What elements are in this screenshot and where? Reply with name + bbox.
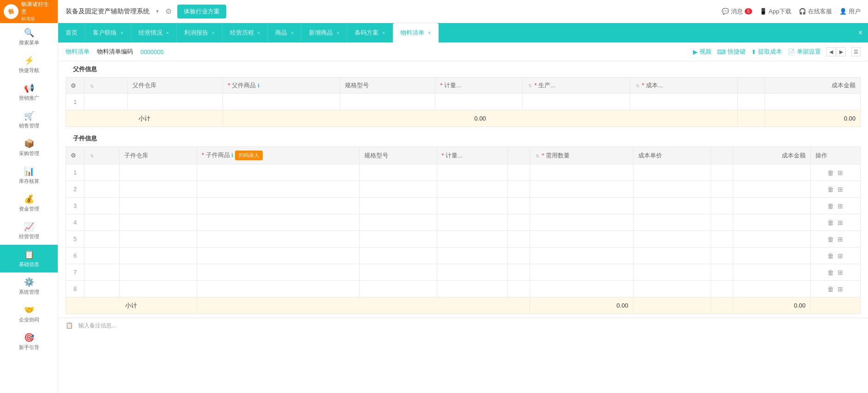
th-cost-amount: 成本金额 — [765, 78, 861, 94]
app-download-button[interactable]: 📱 App下载 — [760, 7, 791, 16]
copy-button-1[interactable]: ⊞ — [837, 168, 844, 177]
close-all-tabs[interactable]: × — [853, 29, 868, 37]
copy-button-3[interactable]: ⊞ — [837, 201, 844, 211]
tab-profit-report[interactable]: 利润报告 × — [177, 23, 223, 42]
single-settings-action[interactable]: 📄 单据设置 — [788, 48, 821, 56]
trending-icon: 📈 — [24, 222, 34, 232]
user-icon: 👤 — [839, 8, 847, 15]
scan-button[interactable]: 扫码录入 — [235, 151, 263, 160]
close-icon[interactable]: × — [212, 30, 215, 36]
copy-button-6[interactable]: ⊞ — [837, 251, 844, 260]
sidebar-item-basic-info[interactable]: 📋 基础信息 — [0, 245, 58, 272]
sidebar-item-system[interactable]: ⚙️ 系统管理 — [0, 272, 58, 300]
tab-goods[interactable]: 商品 × — [268, 23, 301, 42]
breadcrumb-parent[interactable]: 物料清单 — [66, 48, 90, 56]
close-icon[interactable]: × — [337, 30, 339, 36]
delete-button-7[interactable]: 🗑 — [826, 268, 835, 277]
child-th-settings: ⚙ — [66, 147, 84, 164]
close-icon[interactable]: × — [428, 30, 431, 36]
close-icon[interactable]: × — [291, 30, 294, 36]
close-icon[interactable]: × — [121, 30, 123, 36]
trial-button[interactable]: 体验行业方案 — [177, 5, 226, 18]
menu-icon[interactable]: ☰ — [851, 47, 861, 56]
child-warehouse-1[interactable] — [119, 164, 197, 181]
breadcrumb-bar: 物料清单 物料清单编码 0000005 ▶ 视频 ⌨ 快捷键 ⬆ 提取成本 📄 — [58, 42, 868, 61]
extract-icon: ⬆ — [751, 48, 756, 55]
sidebar-item-inventory[interactable]: 📊 库存核算 — [0, 162, 58, 189]
child-subtotal-row: 小计 0.00 0.00 — [66, 297, 861, 314]
th-sort: ⇅ — [84, 78, 128, 94]
parent-cell-measure[interactable] — [435, 94, 523, 110]
extract-cost-action[interactable]: ⬆ 提取成本 — [751, 48, 782, 56]
child-unit-cost-1[interactable] — [633, 164, 711, 181]
copy-button-4[interactable]: ⊞ — [837, 218, 844, 227]
sidebar-item-quicknav[interactable]: ⚡ 快捷导航 — [0, 51, 58, 79]
sidebar-item-sales[interactable]: 🛒 销售管理 — [0, 106, 58, 134]
message-button[interactable]: 💬 消息 6 — [722, 7, 752, 16]
child-goods-1[interactable] — [197, 164, 359, 181]
close-icon[interactable]: × — [382, 30, 385, 36]
close-icon[interactable]: × — [258, 30, 260, 36]
top-header: 装备及固定资产辅助管理系统 ▼ ⚙ 体验行业方案 💬 消息 6 📱 App下载 … — [58, 0, 868, 23]
delete-button-3[interactable]: 🗑 — [826, 201, 835, 211]
parent-cell-spec[interactable] — [340, 94, 435, 110]
sidebar-item-guide[interactable]: 🎯 新手引导 — [0, 328, 58, 356]
user-button[interactable]: 👤 用户 — [839, 7, 861, 16]
tab-add-goods[interactable]: 新增商品 × — [301, 23, 347, 42]
nav-tabs: 首页 客户联络 × 经营情况 × 利润报告 × 经营历程 × 商品 × 新增商品… — [58, 23, 868, 42]
shortcut-action[interactable]: ⌨ 快捷键 — [717, 48, 746, 56]
parent-row-num: 1 — [66, 94, 84, 110]
sidebar-nav: 🔍 搜索菜单 ⚡ 快捷导航 📢 营销推广 🛒 销售管理 📦 采购管理 📊 库存核… — [0, 23, 58, 393]
sidebar-item-marketing[interactable]: 📢 营销推广 — [0, 79, 58, 106]
next-arrow[interactable]: ▶ — [837, 47, 846, 56]
copy-button-8[interactable]: ⊞ — [837, 284, 844, 294]
copy-button-7[interactable]: ⊞ — [837, 268, 844, 277]
delete-button-2[interactable]: 🗑 — [826, 185, 835, 194]
tab-barcode[interactable]: 条码方案 × — [347, 23, 393, 42]
th-spec: 规格型号 — [340, 78, 435, 94]
child-measure-1[interactable] — [437, 164, 507, 181]
child-row-2: 2 — [66, 181, 861, 198]
parent-cell-goods[interactable] — [223, 94, 340, 110]
child-quantity-1[interactable] — [530, 164, 633, 181]
parent-cell-production[interactable] — [522, 94, 630, 110]
th-spacer — [737, 78, 765, 94]
tab-operation-status[interactable]: 经营情况 × — [131, 23, 177, 42]
parent-table-wrapper: ⚙ ⇅ 父件仓库 * 父件商品 ℹ 规格型号 * 计量... ⇅ * 生产...… — [66, 77, 861, 127]
settings-icon[interactable]: ⚙ — [165, 7, 172, 16]
sidebar-item-cooperation[interactable]: 🤝 企业协同 — [0, 300, 58, 328]
parent-section-title: 父件信息 — [66, 61, 861, 77]
parent-table: ⚙ ⇅ 父件仓库 * 父件商品 ℹ 规格型号 * 计量... ⇅ * 生产...… — [66, 77, 861, 127]
delete-button-6[interactable]: 🗑 — [826, 251, 835, 260]
sidebar-item-operation[interactable]: 📈 经营管理 — [0, 217, 58, 245]
sidebar-item-purchase[interactable]: 📦 采购管理 — [0, 134, 58, 162]
prev-arrow[interactable]: ◀ — [826, 47, 836, 56]
delete-button-5[interactable]: 🗑 — [826, 235, 835, 244]
clipboard-icon: 📋 — [24, 249, 34, 260]
delete-button-4[interactable]: 🗑 — [826, 218, 835, 227]
tab-home[interactable]: 首页 — [58, 23, 85, 42]
video-action[interactable]: ▶ 视频 — [693, 48, 711, 56]
child-th-spec: 规格型号 — [359, 147, 437, 164]
parent-cell-warehouse[interactable] — [127, 94, 223, 110]
system-dropdown-arrow[interactable]: ▼ — [155, 9, 160, 14]
delete-button-8[interactable]: 🗑 — [826, 284, 835, 294]
copy-button-5[interactable]: ⊞ — [837, 235, 844, 244]
child-row-1: 1 — [66, 164, 861, 181]
search-icon: 🔍 — [24, 28, 34, 38]
keyboard-icon: ⌨ — [717, 48, 726, 55]
tab-operation-history[interactable]: 经营历程 × — [223, 23, 268, 42]
child-th-spacer2 — [711, 147, 733, 164]
online-service-button[interactable]: 🎧 在线客服 — [799, 7, 832, 16]
child-spec-1[interactable] — [359, 164, 437, 181]
tab-bom[interactable]: 物料清单 × — [393, 23, 439, 42]
delete-button-1[interactable]: 🗑 — [826, 168, 835, 177]
child-row-3: 3 — [66, 198, 861, 214]
tab-customer[interactable]: 客户联络 × — [85, 23, 131, 42]
close-icon[interactable]: × — [166, 30, 169, 36]
sidebar-item-finance[interactable]: 💰 资金管理 — [0, 189, 58, 217]
copy-button-2[interactable]: ⊞ — [837, 185, 844, 194]
parent-cell-cost[interactable] — [630, 94, 737, 110]
sidebar-item-search[interactable]: 🔍 搜索菜单 — [0, 23, 58, 51]
system-title: 装备及固定资产辅助管理系统 — [66, 7, 150, 16]
